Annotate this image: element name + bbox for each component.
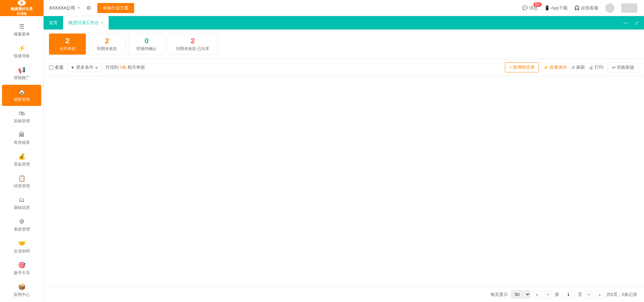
prev-page-button[interactable]: < [544,291,552,299]
download-icon: 📱 [544,5,550,10]
user-info[interactable] [621,3,637,13]
sidebar-item-label: 快捷导航 [14,53,30,59]
inventory-icon: 🏛 [19,131,25,138]
sidebar-item-label: 营销推广 [14,75,30,81]
status-count-out: 2 [191,37,195,45]
status-card-overdue[interactable]: 2 到期未收款 [89,34,125,55]
sidebar-item-system[interactable]: ⚙ 系统管理 [2,215,41,236]
sidebar-item-label: 经营管理 [14,183,30,189]
found-text: 共找到 0条 相关单据 [105,64,145,70]
status-label-overdue: 到期未收款 [97,46,117,52]
main-content: 首页 钱货日清工作台 × — ⤢ 2 全部单据 2 到期未收款 [44,16,644,302]
status-label-pending: 旺辅待确认 [137,46,157,52]
sidebar-item-basic[interactable]: 🗂 基础信息 [2,193,41,214]
shortcut-icon: ⚡ [18,45,25,52]
sidebar-item-label: 销售管理 [14,97,30,103]
page-content: 2 全部单据 2 到期未收款 0 旺辅待确认 2 到期未收款 已出库 [44,29,644,302]
message-icon: 💬 [522,5,528,10]
sidebar-item-purchase[interactable]: 🛍 采购管理 [2,107,41,127]
header-right: 💬 消息 99+ 📱 App下载 🎧 在线客服 [516,3,644,13]
refresh-button[interactable]: ↺ 刷新 [571,64,585,70]
select-all-checkbox[interactable]: 全选 [49,64,63,70]
sidebar-item-sales[interactable]: 🏠 销售管理 [2,85,41,106]
newbie-icon: 🎯 [18,261,25,269]
sidebar-item-label: 基础信息 [14,205,30,210]
sidebar-item-search[interactable]: ☰ 搜索菜单 [2,19,41,41]
status-card-out[interactable]: 2 到期未收款 已出库 [168,34,218,55]
print-icon: 🖨 [589,65,593,70]
status-count-pending: 0 [145,37,149,45]
select-all-input[interactable] [49,65,53,70]
finance-icon: 💰 [18,153,25,160]
company-name: XXXXXX公司 [49,5,75,11]
table-area [44,76,644,287]
cooperation-icon: 🤝 [18,240,25,247]
sidebar-item-label: 搜索菜单 [14,32,30,37]
logo-icon: 6 [18,0,26,6]
message-button[interactable]: 💬 消息 99+ [522,5,538,11]
new-sale-button[interactable]: + 新增销货单 [505,62,539,72]
page-number-input[interactable] [562,291,575,298]
sidebar-item-cooperation[interactable]: 🤝 企业协同 [2,236,41,257]
sidebar-item-label: 应用中心 [14,292,30,298]
sidebar-item-newbie[interactable]: 🎯 新手引导 [2,258,41,279]
page-suffix: 页 [578,292,582,298]
page-size-label: 每页显示 [490,292,508,298]
app-download-button[interactable]: 📱 App下载 [544,5,568,11]
main-layout: ☰ 搜索菜单 ⚡ 快捷导航 📢 营销推广 🏠 销售管理 🛍 采购管理 🏛 库存核… [0,16,644,302]
system-icon: ⚙ [19,218,24,225]
switch-version-button[interactable]: ⇌ 切换新版 [607,62,639,72]
status-label-all: 全部单据 [59,46,75,52]
tab-active[interactable]: 钱货日清工作台 × [63,16,109,29]
chevron-icon: ∨ [95,65,98,70]
content-toolbar: 全选 ▼ 更多条件 ∨ 共找到 0条 相关单据 + 新增销货单 [44,59,644,76]
header: 6 畅捷通好生意 标准版 XXXXXX公司 ▾ ⚙ 体验行业方案 💬 消息 99… [0,0,644,16]
status-card-all[interactable]: 2 全部单据 [49,34,86,55]
toolbar-left: 全选 ▼ 更多条件 ∨ 共找到 0条 相关单据 [49,63,501,72]
sidebar-item-label: 企业协同 [14,248,30,254]
total-records: 共0页，0条记录 [606,292,637,298]
service-icon: 🎧 [574,5,580,10]
tab-home[interactable]: 首页 [44,16,63,29]
filter-button[interactable]: ▼ 更多条件 ∨ [67,63,101,72]
tab-close-icon[interactable]: × [101,20,103,25]
operation-icon: 📋 [18,175,25,182]
basic-icon: 🗂 [19,196,25,203]
sidebar-item-label: 系统管理 [14,227,30,232]
sidebar-item-label: 库存核算 [14,140,30,145]
first-page-button[interactable]: « [533,291,541,299]
sidebar-item-finance[interactable]: 💰 资金管理 [2,149,41,171]
sidebar-item-appstore[interactable]: 📦 应用中心 [2,280,41,301]
sales-icon: 🏠 [18,88,25,96]
appstore-icon: 📦 [18,283,25,291]
company-selector[interactable]: XXXXXX公司 ▾ [49,5,80,11]
sidebar-item-marketing[interactable]: 📢 营销推广 [2,63,41,84]
batch-operation-button[interactable]: ⚡ 批量操作 [543,64,567,70]
settings-button[interactable]: ⚙ [84,3,93,13]
online-service-button[interactable]: 🎧 在线客服 [574,5,598,11]
found-count: 0条 [120,65,126,70]
tab-minimize-button[interactable]: — [622,19,630,27]
page-size-select[interactable]: 50 20 100 200 [511,290,531,299]
tab-maximize-button[interactable]: ⤢ [633,19,641,27]
trial-button[interactable]: 体验行业方案 [97,3,134,13]
last-page-button[interactable]: » [596,291,604,299]
sidebar-item-inventory[interactable]: 🏛 库存核算 [2,128,41,149]
app-version: 标准版 [17,11,27,16]
sidebar-item-label: 资金管理 [14,162,30,167]
status-card-pending[interactable]: 0 旺辅待确认 [128,34,165,55]
toolbar-right: + 新增销货单 ⚡ 批量操作 ↺ 刷新 🖨 打印 ⇌ [505,62,639,72]
print-button[interactable]: 🖨 打印 [589,64,603,70]
avatar[interactable] [605,3,614,13]
next-page-button[interactable]: > [585,291,593,299]
sidebar-item-shortcut[interactable]: ⚡ 快捷导航 [2,41,41,62]
sidebar-item-operation[interactable]: 📋 经营管理 [2,171,41,192]
status-cards-section: 2 全部单据 2 到期未收款 0 旺辅待确认 2 到期未收款 已出库 [44,29,644,59]
status-label-out: 到期未收款 已出库 [176,46,209,52]
header-center: XXXXXX公司 ▾ ⚙ 体验行业方案 [44,3,516,13]
pagination: 每页显示 50 20 100 200 « < 第 页 > » 共0页，0条记录 [44,287,644,302]
purchase-icon: 🛍 [19,110,25,117]
chevron-down-icon: ▾ [78,6,80,10]
app-logo: 6 畅捷通好生意 标准版 [0,0,44,16]
app-name: 畅捷通好生意 [11,6,33,11]
